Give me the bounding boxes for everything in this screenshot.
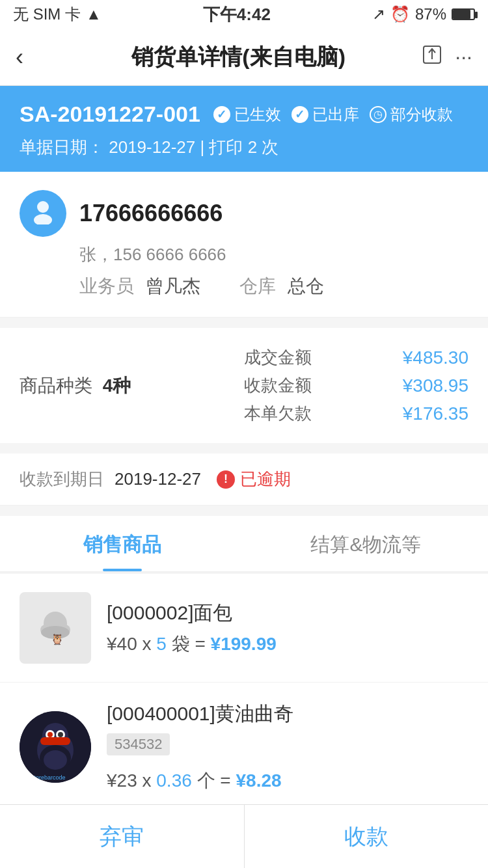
status-time: 下午4:42 xyxy=(203,3,271,26)
nav-bar: ‹ 销货单详情(来自电脑) ··· xyxy=(0,29,488,86)
status-left: 无 SIM 卡 ▲ xyxy=(13,4,102,25)
deal-amount-row: 成交金额 ¥485.30 xyxy=(244,346,468,369)
check-icon: ✓ xyxy=(213,106,230,123)
order-header: SA-20191227-001 ✓ 已生效 ✓ 已出库 ◷ 部分收款 单据日期：… xyxy=(0,86,488,172)
amount-stats: 成交金额 ¥485.30 收款金额 ¥308.95 本单欠款 ¥176.35 xyxy=(244,346,468,425)
salesperson-value: 曾凡杰 xyxy=(146,276,200,296)
order-id: SA-20191227-001 xyxy=(20,102,200,127)
received-row: 收款金额 ¥308.95 xyxy=(244,374,468,397)
location-icon: ↗ xyxy=(372,5,385,23)
product-tag-2: 534532 xyxy=(107,733,170,755)
svg-text:storebarcode: storebarcode xyxy=(31,774,66,781)
svg-text:🦉: 🦉 xyxy=(36,607,77,646)
tab-settlement-logistics[interactable]: 结算&物流等 xyxy=(244,516,488,571)
customer-name: 17666666666 xyxy=(79,200,223,227)
overdue-text: 已逾期 xyxy=(240,468,291,491)
badge-shipped: ✓ 已出库 xyxy=(291,104,359,125)
tabs: 销售商品 结算&物流等 xyxy=(0,516,488,573)
warehouse-info: 仓库 总仓 xyxy=(239,274,324,299)
due-date-value: 2019-12-27 xyxy=(115,469,201,489)
product-kind-label: 商品种类 xyxy=(20,375,92,396)
product-kind: 商品种类 4种 xyxy=(20,373,244,398)
customer-meta: 业务员 曾凡杰 仓库 总仓 xyxy=(79,274,468,299)
product-total-2: ¥8.28 xyxy=(236,770,281,791)
wifi-icon: ▲ xyxy=(86,5,102,23)
product-name-2: [000400001]黄油曲奇 xyxy=(107,701,468,727)
product-list: 🦉 🦉 [0000002]面包 ¥40 x 5 袋 = ¥199.99 xyxy=(0,574,488,812)
product-info-2: [000400001]黄油曲奇 534532 ¥23 x 0.36 个 = ¥8… xyxy=(107,701,468,793)
svg-point-16 xyxy=(58,732,63,737)
order-date-info: 单据日期： 2019-12-27 | 打印 2 次 xyxy=(20,136,468,159)
deal-amount-label: 成交金额 xyxy=(244,346,312,369)
status-bar: 无 SIM 卡 ▲ 下午4:42 ↗ ⏰ 87% xyxy=(0,0,488,29)
page-title: 销货单详情(来自电脑) xyxy=(55,42,422,72)
product-item-1: 🦉 🦉 [0000002]面包 ¥40 x 5 袋 = ¥199.99 xyxy=(0,574,488,683)
battery-label: 87% xyxy=(415,5,446,23)
due-date-section: 收款到期日 2019-12-27 ! 已逾期 xyxy=(0,454,488,506)
stats-section: 商品种类 4种 成交金额 ¥485.30 收款金额 ¥308.95 本单欠款 ¥… xyxy=(0,328,488,443)
product-price-1: ¥40 x 5 袋 = ¥199.99 xyxy=(107,632,468,657)
product-total-1: ¥199.99 xyxy=(211,634,277,654)
svg-point-15 xyxy=(47,732,53,737)
product-name-1: [0000002]面包 xyxy=(107,600,468,627)
product-item-2: storebarcode [000400001]黄油曲奇 534532 ¥23 … xyxy=(0,683,488,812)
product-image-1: 🦉 🦉 xyxy=(20,592,91,664)
received-label: 收款金额 xyxy=(244,374,312,397)
status-right: ↗ ⏰ 87% xyxy=(372,5,475,23)
badge-effective: ✓ 已生效 xyxy=(213,104,281,125)
back-button[interactable]: ‹ xyxy=(16,44,55,71)
clock-icon: ◷ xyxy=(370,106,386,123)
customer-contact: 张，156 6666 6666 xyxy=(79,243,468,266)
warehouse-value: 总仓 xyxy=(288,276,324,296)
debt-row: 本单欠款 ¥176.35 xyxy=(244,402,468,425)
overdue-icon: ! xyxy=(217,470,235,489)
bottom-bar: 弃审 收款 xyxy=(0,804,488,868)
svg-point-19 xyxy=(44,750,67,770)
overdue-badge: ! 已逾期 xyxy=(217,468,291,491)
debt-label: 本单欠款 xyxy=(244,402,312,425)
order-date: 2019-12-27 xyxy=(109,137,195,157)
nav-actions: ··· xyxy=(422,45,472,69)
product-price-2: ¥23 x 0.36 个 = ¥8.28 xyxy=(107,768,468,793)
avatar xyxy=(20,190,66,237)
received-value: ¥308.95 xyxy=(403,375,468,396)
sim-label: 无 SIM 卡 xyxy=(13,4,81,25)
person-icon xyxy=(29,197,57,230)
share-icon[interactable] xyxy=(422,45,442,69)
confirm-button[interactable]: 收款 xyxy=(244,805,489,868)
salesperson-label: 业务员 xyxy=(79,276,134,296)
debt-value: ¥176.35 xyxy=(403,403,468,424)
date-label: 单据日期： xyxy=(20,137,104,157)
product-info-1: [0000002]面包 ¥40 x 5 袋 = ¥199.99 xyxy=(107,600,468,657)
customer-row: 17666666666 xyxy=(20,190,468,237)
check-icon-2: ✓ xyxy=(291,106,308,123)
product-qty-1: 5 xyxy=(156,634,167,654)
salesperson-info: 业务员 曾凡杰 xyxy=(79,274,200,299)
battery-icon xyxy=(452,8,475,20)
warehouse-label: 仓库 xyxy=(239,276,276,296)
alarm-icon: ⏰ xyxy=(390,5,410,23)
more-icon[interactable]: ··· xyxy=(455,45,472,69)
svg-rect-17 xyxy=(40,737,70,745)
svg-point-2 xyxy=(37,201,49,213)
customer-section: 17666666666 张，156 6666 6666 业务员 曾凡杰 仓库 总… xyxy=(0,172,488,318)
deal-amount-value: ¥485.30 xyxy=(403,347,468,368)
due-date-label: 收款到期日 xyxy=(20,468,104,491)
badge-partial: ◷ 部分收款 xyxy=(370,104,453,125)
cancel-button[interactable]: 弃审 xyxy=(0,805,244,868)
svg-point-3 xyxy=(34,214,52,224)
product-kind-value: 4种 xyxy=(103,375,131,396)
tab-sales-products[interactable]: 销售商品 xyxy=(0,516,244,571)
product-image-2: storebarcode xyxy=(20,711,91,783)
status-badges: ✓ 已生效 ✓ 已出库 ◷ 部分收款 xyxy=(213,104,453,125)
print-info: | 打印 2 次 xyxy=(200,137,278,157)
product-qty-2: 0.36 xyxy=(156,770,192,791)
product-placeholder-1: 🦉 🦉 xyxy=(20,592,91,664)
